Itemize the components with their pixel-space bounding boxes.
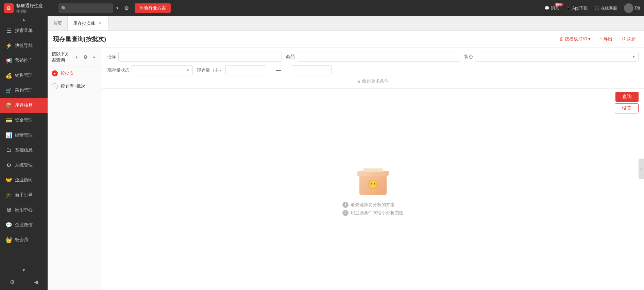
scheme-item-warehouse-batch[interactable]: ○ 按仓库+批次 (48, 80, 102, 93)
query-button[interactable]: 查询 (615, 92, 639, 102)
top-header: B 畅康通好生意 标准版 🔍 ▾ ⚙ 体验行业方案 💬 消息 99+ 📱 App… (0, 0, 644, 16)
sidebar-item-purchase[interactable]: 🛒 采购管理 (0, 83, 48, 98)
wechat-icon: 💬 (5, 221, 12, 228)
product-input[interactable]: ··· (297, 52, 460, 62)
sidebar-item-enterprise[interactable]: 🤝 企业协同 (0, 173, 48, 187)
status-select[interactable]: ▼ (475, 52, 639, 62)
header-settings-icon[interactable]: ⚙ (122, 3, 131, 13)
brand-logo: B (4, 3, 14, 13)
warehouse-input[interactable]: ··· (118, 52, 282, 62)
message-icon: 💬 (544, 6, 549, 11)
export-button[interactable]: ↑ 导出 (597, 35, 615, 43)
sidebar-item-inventory[interactable]: 📦 库存核算 (0, 98, 48, 113)
sidebar-label-wechat: 企业微信 (15, 222, 33, 228)
tab-bar: 首页 库存批次账 ✕ ✕ (48, 16, 644, 31)
sidebar-item-newbie[interactable]: 🎓 新手引导 (0, 187, 48, 202)
inventory-status-dropdown-icon: ▼ (186, 68, 190, 72)
content-area: 首页 库存批次账 ✕ ✕ 现存量查询(按批次) 🖨 按模板打印 ▾ ↑ (48, 16, 644, 290)
print-button[interactable]: 🖨 按模板打印 ▾ (556, 35, 593, 43)
tab-close-icon[interactable]: ✕ (97, 21, 103, 26)
app-icon: 📱 (566, 6, 571, 11)
sidebar-item-finance[interactable]: 💳 资金管理 (0, 113, 48, 128)
sidebar-item-quick-nav[interactable]: ⚡ 快捷导航 (0, 38, 48, 53)
scheme-item-batch[interactable]: ● 按批次 (48, 67, 102, 80)
sidebar-item-operation[interactable]: 📊 经营管理 (0, 128, 48, 143)
sidebar-bottom: ⚙ ◀ (0, 274, 48, 290)
user-profile[interactable]: Rit (624, 3, 640, 13)
tip-num-2: 2 (342, 210, 349, 216)
page-actions: 🖨 按模板打印 ▾ ↑ 导出 ↺ 刷新 (556, 35, 639, 43)
header-right: 💬 消息 99+ 📱 App下载 🎧 在线客服 Rit (544, 3, 640, 13)
sidebar-collapse-button[interactable]: ◀ (33, 277, 39, 287)
collapse-button[interactable]: ∧ 收起更多条件 (357, 78, 389, 84)
empty-state: 😶 1 请先选择要分析的方案 2 用过滤条件来缩 (102, 89, 644, 290)
sidebar-label-finance: 资金管理 (15, 117, 33, 123)
tab-inventory-batch[interactable]: 库存批次账 ✕ (68, 16, 108, 30)
sidebar-label-inventory: 库存核算 (15, 102, 33, 108)
header-middle: 🔍 ▾ ⚙ 体验行业方案 (52, 3, 544, 13)
sidebar-item-marketing[interactable]: 📢 营销推广 (0, 53, 48, 68)
avatar (624, 3, 633, 13)
inventory-status-group: 现存量状态 ▼ (107, 65, 193, 75)
refresh-label: 刷新 (627, 36, 636, 42)
dropdown-arrow-icon: ▾ (116, 6, 118, 11)
scheme-collapse-button[interactable]: « (91, 54, 98, 60)
filter-group-product: 商品 ··· (286, 52, 460, 62)
sidebar-label-operation: 经营管理 (15, 132, 33, 138)
scheme-title: 按以下方案查询 (52, 51, 71, 63)
sidebar-item-sales[interactable]: 💰 销售管理 (0, 68, 48, 83)
messages-button[interactable]: 💬 消息 99+ (544, 5, 559, 11)
empty-illustration: 😶 (353, 161, 393, 195)
user-name: Rit (635, 6, 640, 11)
sidebar-item-member[interactable]: 👑 畅会员 (0, 232, 48, 247)
brand-name: 畅康通好生意 (16, 3, 43, 9)
sidebar-scroll-down[interactable]: ▼ (0, 267, 48, 274)
scheme-add-button[interactable]: + (73, 54, 80, 60)
collapse-icon: ∧ (357, 79, 361, 84)
right-panel-toggle[interactable]: › (639, 159, 644, 179)
member-icon: 👑 (5, 236, 12, 243)
empty-tip-2: 2 用过滤条件来缩小分析范围 (342, 210, 404, 216)
sidebar-item-basic[interactable]: 🗂 基础信息 (0, 143, 48, 158)
sidebar-settings-button[interactable]: ⚙ (9, 277, 16, 287)
settings-button[interactable]: 设置 (615, 103, 639, 113)
dropdown-button[interactable]: ▾ (116, 6, 118, 11)
search-bar[interactable]: 🔍 (58, 3, 113, 13)
quick-nav-icon: ⚡ (5, 42, 12, 49)
filter-area: 仓库 ··· 商品 ··· 状态 (102, 48, 644, 89)
print-icon: 🖨 (559, 36, 563, 41)
sidebar-scroll: ☰ 搜索菜单 ⚡ 快捷导航 📢 营销推广 💰 销售管理 🛒 采购管理 📦 库 (0, 23, 48, 267)
inventory-status-select[interactable]: ▼ (132, 65, 193, 75)
sidebar-scroll-up[interactable]: ▲ (0, 16, 48, 23)
newbie-icon: 🎓 (5, 192, 12, 198)
tab-home[interactable]: 首页 (48, 16, 68, 30)
refresh-button[interactable]: ↺ 刷新 (619, 35, 639, 43)
experience-button[interactable]: 体验行业方案 (135, 3, 171, 13)
print-label: 按模板打印 (565, 36, 587, 42)
app-download-button[interactable]: 📱 App下载 (566, 5, 588, 11)
messages-badge: 99+ (555, 3, 563, 6)
inventory-main-to[interactable] (291, 65, 332, 75)
sidebar-item-search[interactable]: ☰ 搜索菜单 (0, 23, 48, 38)
sidebar-item-apps[interactable]: 🖥 应用中心 (0, 202, 48, 217)
scheme-settings-button[interactable]: ⚙ (82, 54, 89, 60)
sidebar-item-wechat[interactable]: 💬 企业微信 (0, 217, 48, 232)
print-dropdown-icon: ▾ (588, 36, 591, 41)
brand-text: 畅康通好生意 标准版 (16, 3, 43, 13)
service-icon: 🎧 (594, 6, 599, 11)
scheme-warehouse-batch-icon: ○ (52, 83, 58, 89)
brand-area: B 畅康通好生意 标准版 (4, 3, 52, 13)
online-service-button[interactable]: 🎧 在线客服 (594, 5, 617, 11)
box-face-icon: 😶 (368, 179, 378, 190)
export-label: 导出 (604, 36, 612, 42)
sidebar-label-system: 系统管理 (15, 162, 33, 168)
box-body: 😶 (359, 175, 387, 195)
inventory-main-label: 现存量（主） (197, 67, 223, 73)
empty-tip-1: 1 请先选择要分析的方案 (342, 202, 404, 208)
filter-group-warehouse: 仓库 ··· (107, 52, 282, 62)
sidebar-item-system[interactable]: ⚙ 系统管理 (0, 158, 48, 173)
inventory-main-from[interactable] (225, 65, 266, 75)
sidebar-label-purchase: 采购管理 (15, 87, 33, 93)
tip-num-1: 1 (342, 202, 349, 208)
inventory-status-label: 现存量状态 (107, 67, 130, 73)
